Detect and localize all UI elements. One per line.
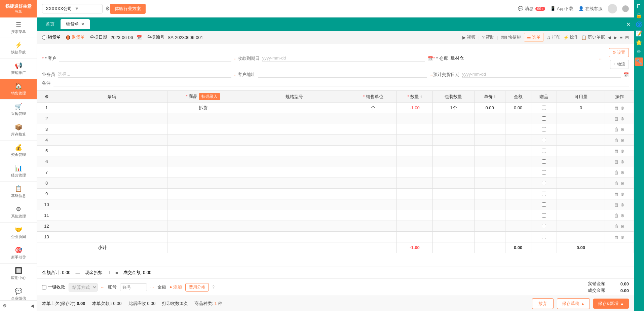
rs-icon-5[interactable]: ⭐ (636, 39, 642, 46)
barcode-input[interactable] (59, 224, 164, 229)
prev-icon[interactable]: ◀ (608, 35, 611, 40)
delete-icon[interactable]: 🗑 (614, 138, 619, 143)
warehouse-more-icon[interactable]: ··· (599, 56, 603, 61)
gift-checkbox[interactable] (542, 181, 546, 185)
barcode-input[interactable] (59, 148, 164, 153)
logistics-button[interactable]: + 物流 (610, 60, 629, 69)
toolbar-print[interactable]: 🖨 打印 (546, 34, 561, 40)
radio-sales-order[interactable]: 销货单 (42, 34, 61, 40)
payment-due-input[interactable] (262, 55, 425, 61)
sidebar-item-inventory[interactable]: 📦 库存核算 (0, 120, 37, 141)
barcode-input[interactable] (59, 202, 164, 207)
tab-sales-order[interactable]: 销货单 ✕ (61, 19, 90, 29)
spec-input[interactable] (242, 191, 347, 196)
radio-return-order[interactable]: 退货单 (66, 34, 85, 40)
gift-checkbox[interactable] (542, 106, 546, 110)
barcode-input[interactable] (59, 159, 164, 164)
toolbar-operate[interactable]: ⚡ 操作 (563, 34, 578, 40)
rs-icon-2[interactable]: 🔒 (636, 12, 642, 18)
cell-spec[interactable] (239, 210, 350, 221)
barcode-input[interactable] (59, 234, 164, 239)
owe-info-icon[interactable]: ℹ (110, 301, 112, 306)
expected-date-input[interactable] (462, 72, 621, 77)
barcode-input[interactable] (59, 191, 164, 196)
tab-close-icon[interactable]: ✕ (81, 22, 84, 27)
payment-method-more-icon[interactable]: ··· (101, 285, 105, 290)
cell-barcode[interactable] (56, 178, 167, 189)
one-key-payment-checkbox[interactable] (42, 285, 46, 289)
delete-icon[interactable]: 🗑 (614, 127, 619, 132)
delete-icon[interactable]: 🗑 (614, 213, 619, 218)
spec-input[interactable] (242, 159, 347, 164)
delete-icon[interactable]: 🗑 (614, 234, 619, 240)
qty-info-icon[interactable]: ℹ (420, 94, 422, 99)
delete-icon[interactable]: 🗑 (614, 202, 619, 207)
spec-input[interactable] (242, 202, 347, 207)
customer-input[interactable] (59, 55, 231, 61)
sidebar-item-guide[interactable]: 🎯 新手引导 (0, 243, 37, 264)
barcode-input[interactable] (59, 105, 164, 110)
remarks-input[interactable] (53, 80, 629, 85)
copy-icon[interactable]: ⊕ (620, 224, 624, 229)
spec-input[interactable] (242, 127, 347, 132)
expected-date-calendar-icon[interactable]: 📅 (623, 72, 629, 77)
copy-icon[interactable]: ⊕ (620, 159, 624, 164)
salesperson-input[interactable] (58, 72, 231, 77)
cell-spec[interactable] (239, 103, 350, 113)
cash-discount-info-icon[interactable]: ℹ (109, 270, 110, 275)
cell-barcode[interactable] (56, 135, 167, 146)
rs-icon-7[interactable]: 🔧 (635, 57, 643, 66)
customer-addr-more-icon[interactable]: ··· (429, 72, 433, 77)
spec-input[interactable] (242, 213, 347, 218)
cell-barcode[interactable] (56, 189, 167, 199)
cell-spec[interactable] (239, 232, 350, 242)
cell-barcode[interactable] (56, 221, 167, 232)
sidebar-item-business[interactable]: 📊 经营管理 (0, 161, 37, 182)
tab-close-all-icon[interactable]: ✕ (626, 21, 631, 28)
tab-home[interactable]: 首页 (40, 19, 60, 29)
toolbar-video[interactable]: ▶ 视频 (462, 34, 476, 40)
customer-addr-input[interactable] (258, 72, 427, 77)
copy-icon[interactable]: ⊕ (620, 202, 624, 207)
message-button[interactable]: 💬 消息 99+ (518, 6, 545, 12)
cell-spec[interactable] (239, 156, 350, 167)
gift-checkbox[interactable] (542, 235, 546, 239)
abandon-button[interactable]: 放弃 (532, 298, 554, 309)
cell-spec[interactable] (239, 167, 350, 178)
one-key-payment-check[interactable]: 一键收款 (42, 284, 65, 290)
grid-view-icon[interactable]: ⊞ (625, 35, 629, 40)
rs-icon-4[interactable]: 📝 (636, 30, 642, 37)
sidebar-item-search[interactable]: ☰ 搜索菜单 (0, 17, 37, 38)
salesperson-more-icon[interactable]: ··· (234, 72, 238, 77)
sidebar-item-sales[interactable]: 🏠 销售管理 (0, 79, 37, 100)
sidebar-item-finance[interactable]: 💰 资金管理 (0, 141, 37, 161)
spec-input[interactable] (242, 170, 347, 175)
scan-button[interactable]: 扫码录入 (199, 93, 220, 100)
cell-spec[interactable] (239, 113, 350, 124)
toolbar-shortcut[interactable]: ⌨ 快捷键 (501, 34, 521, 40)
settings-icon[interactable]: ⚙ (105, 5, 110, 12)
gift-checkbox[interactable] (542, 202, 546, 207)
company-selector[interactable]: XXXXXX公司 ▼ (42, 4, 103, 13)
barcode-input[interactable] (59, 127, 164, 132)
delete-icon[interactable]: 🗑 (614, 170, 619, 175)
spec-input[interactable] (242, 234, 347, 239)
fee-help-icon[interactable]: ? (212, 285, 215, 289)
list-view-icon[interactable]: ≡ (620, 35, 622, 40)
copy-icon[interactable]: ⊕ (620, 105, 624, 111)
gift-checkbox[interactable] (542, 224, 546, 228)
gift-checkbox[interactable] (542, 138, 546, 142)
gift-checkbox[interactable] (542, 192, 546, 196)
fee-split-button[interactable]: 费用分摊 (185, 283, 209, 291)
copy-icon[interactable]: ⊕ (620, 191, 624, 197)
sidebar-item-basic[interactable]: 📋 基础信息 (0, 182, 37, 202)
cell-spec[interactable] (239, 199, 350, 210)
copy-icon[interactable]: ⊕ (620, 213, 624, 218)
sidebar-settings-icon[interactable]: ⚙ (3, 303, 7, 308)
cell-barcode[interactable] (56, 146, 167, 156)
add-link[interactable]: ● 添加 (169, 284, 182, 290)
app-download-button[interactable]: 📱 App下载 (550, 6, 573, 12)
gift-checkbox[interactable] (542, 213, 546, 218)
spec-input[interactable] (242, 181, 347, 186)
sidebar-item-marketing[interactable]: 📢 营销推广 (0, 59, 37, 79)
